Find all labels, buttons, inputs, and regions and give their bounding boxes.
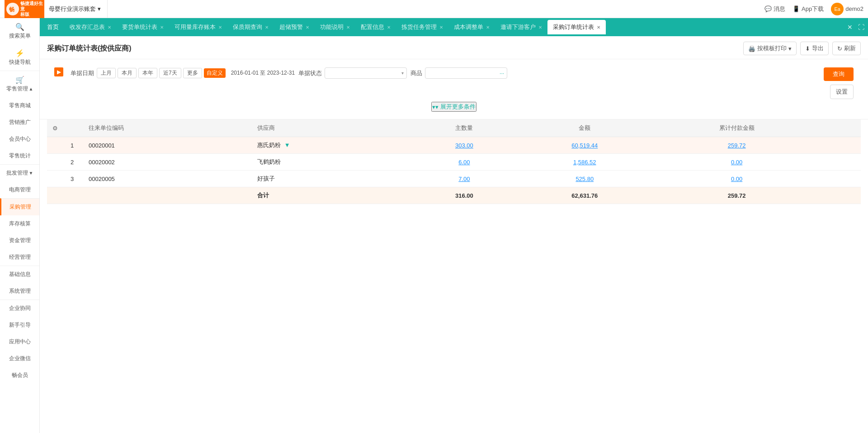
sidebar-item-enterprise[interactable]: 企业协同 xyxy=(0,300,39,317)
close-icon-pick-task[interactable]: ✕ xyxy=(439,25,443,30)
table-row[interactable]: 3 00020005 好孩子 7.00 525.80 xyxy=(47,171,861,187)
row3-paid-amount: 0.00 xyxy=(652,171,821,187)
column-settings-icon[interactable]: ⚙ xyxy=(52,125,58,132)
collapse-arrow-button[interactable]: ▶ xyxy=(54,67,63,76)
setting-button[interactable]: 设置 xyxy=(830,85,854,99)
footer-index xyxy=(65,187,83,204)
app-download-btn[interactable]: 📱 App下载 xyxy=(793,5,824,13)
sidebar-item-appcenter[interactable]: 应用中心 xyxy=(0,333,39,350)
close-icon-cost-adjust[interactable]: ✕ xyxy=(486,25,490,30)
row1-paid-amount: 259.72 xyxy=(652,137,821,154)
tab-receive-pay[interactable]: 收发存汇总表 ✕ xyxy=(64,20,117,34)
tab-home[interactable]: 首页 xyxy=(42,20,64,34)
row3-index: 3 xyxy=(65,171,83,187)
expand-more-btn[interactable]: ▾▾ 展开更多条件 xyxy=(431,102,476,112)
date-btn-7days[interactable]: 近7天 xyxy=(159,68,181,78)
arrow-icon: ▲ xyxy=(29,86,33,91)
sidebar-item-newguide[interactable]: 新手引导 xyxy=(0,317,39,333)
sidebar-item-member[interactable]: 会员中心 xyxy=(0,131,39,148)
refresh-button[interactable]: ↻ 刷新 xyxy=(832,42,861,55)
sidebar-item-wechat[interactable]: 企业微信 xyxy=(0,350,39,367)
message-btn[interactable]: 💬 消息 xyxy=(764,5,785,13)
col-settings[interactable]: ⚙ xyxy=(47,119,65,137)
tab-invite-customer[interactable]: 邀请下游客户 ✕ xyxy=(495,20,547,34)
tab-overstock[interactable]: 超储预警 ✕ xyxy=(274,20,315,34)
tab-inventory-ledger[interactable]: 可用量库存账本 ✕ xyxy=(169,20,227,34)
table-row[interactable]: 1 00020001 惠氏奶粉 ▼ 303.00 60 xyxy=(47,137,861,154)
status-select-input[interactable] xyxy=(325,68,406,78)
date-custom-tag: 自定义 xyxy=(204,68,226,78)
col-index xyxy=(65,119,83,137)
sidebar-item-system[interactable]: 系统管理 xyxy=(0,283,39,300)
close-all-tabs-icon[interactable]: ✕ xyxy=(845,22,854,33)
close-icon-invite-customer[interactable]: ✕ xyxy=(538,25,542,30)
close-icon-config-info[interactable]: ✕ xyxy=(387,25,391,30)
tab-cost-adjust[interactable]: 成本调整单 ✕ xyxy=(448,20,495,34)
goods-input-wrapper: ··· xyxy=(425,67,507,79)
chevron-down-icon: ▾ xyxy=(98,5,101,12)
sidebar-item-quicknav[interactable]: ⚡ 快捷导航 xyxy=(0,44,39,71)
filter-left: 单据日期 上月 本月 本年 近7天 更多 自定义 xyxy=(71,67,816,79)
date-btn-last-month[interactable]: 上月 xyxy=(97,68,116,78)
close-icon-expiry-query[interactable]: ✕ xyxy=(265,25,269,30)
row1-index: 1 xyxy=(65,137,83,154)
sidebar-item-retail-shop[interactable]: 零售商城 xyxy=(0,97,39,114)
table-row[interactable]: 2 00020002 飞鹤奶粉 6.00 1,586.52 xyxy=(47,154,861,171)
row2-settings xyxy=(47,154,65,171)
sidebar-item-marketing[interactable]: 营销推广 xyxy=(0,114,39,131)
close-icon-func-desc[interactable]: ✕ xyxy=(346,25,350,30)
page-header-actions: 🖨️ 按模板打印 ▾ ⬇ 导出 ↻ 刷新 xyxy=(743,42,861,55)
filter-date-item: 单据日期 上月 本月 本年 近7天 更多 自定义 xyxy=(71,68,226,78)
sidebar-item-basic[interactable]: 基础信息 xyxy=(0,266,39,283)
close-icon-overstock[interactable]: ✕ xyxy=(306,25,309,30)
sidebar-item-retail[interactable]: 🛒 零售管理 ▲ xyxy=(0,71,39,97)
date-btn-more[interactable]: 更多 xyxy=(183,68,202,78)
tab-config-info[interactable]: 配置信息 ✕ xyxy=(355,20,396,34)
date-btn-this-year[interactable]: 本年 xyxy=(138,68,157,78)
close-icon-purchase-stats[interactable]: ✕ xyxy=(160,25,164,30)
maximize-icon[interactable]: ⛶ xyxy=(856,22,866,33)
goods-input[interactable] xyxy=(425,68,507,78)
row2-index: 2 xyxy=(65,154,83,171)
workspace-selector[interactable]: 母婴行业演示账套 ▾ xyxy=(44,0,108,18)
status-select-wrapper[interactable]: ▾ xyxy=(325,67,407,79)
row2-amount: 1,586.52 xyxy=(517,154,652,171)
sidebar-item-finance[interactable]: 资金管理 xyxy=(0,232,39,249)
date-range-display: 2016-01-01 至 2023-12-31 xyxy=(231,69,295,77)
logo-area: 畅 畅捷通好生意 标版 xyxy=(5,0,44,18)
close-icon-purchase-summary[interactable]: ✕ xyxy=(597,25,600,30)
sidebar-item-operations[interactable]: 经营管理 xyxy=(0,249,39,266)
page-header: 采购订单统计表(按供应商) 🖨️ 按模板打印 ▾ ⬇ 导出 ↻ xyxy=(40,36,868,59)
tab-func-desc[interactable]: 功能说明 ✕ xyxy=(315,20,355,34)
query-button[interactable]: 查询 xyxy=(824,67,854,81)
footer-paid-amount: 259.72 xyxy=(652,187,821,204)
row1-expand-icon[interactable]: ▼ xyxy=(284,142,290,148)
sidebar-item-wholesale[interactable]: 批发管理 ▼ xyxy=(0,164,39,181)
date-btn-this-month[interactable]: 本月 xyxy=(118,68,137,78)
tab-purchase-stats[interactable]: 要货单统计表 ✕ xyxy=(117,20,169,34)
footer-main-qty: 316.00 xyxy=(411,187,517,204)
close-icon-inventory-ledger[interactable]: ✕ xyxy=(218,25,222,30)
user-profile[interactable]: Ea demo2 xyxy=(831,3,863,15)
sidebar-item-purchase[interactable]: 采购管理 xyxy=(0,198,39,215)
tab-expiry-query[interactable]: 保质期查询 ✕ xyxy=(227,20,274,34)
status-caret-icon: ▾ xyxy=(401,71,404,76)
table-body: 1 00020001 惠氏奶粉 ▼ 303.00 60 xyxy=(47,137,861,187)
export-button[interactable]: ⬇ 导出 xyxy=(800,42,829,55)
sidebar-item-search[interactable]: 🔍 搜索英单 xyxy=(0,18,39,44)
print-button[interactable]: 🖨️ 按模板打印 ▾ xyxy=(743,42,797,55)
tab-pick-task[interactable]: 拣货任务管理 ✕ xyxy=(396,20,448,34)
sidebar-item-inventory[interactable]: 库存核算 xyxy=(0,215,39,232)
footer-row: 合计 316.00 62,631.76 259.72 xyxy=(47,187,861,204)
sidebar-item-vip[interactable]: 畅会员 xyxy=(0,367,39,384)
tab-purchase-summary[interactable]: 采购订单统计表 ✕ xyxy=(547,20,606,34)
sidebar-item-retail-stats[interactable]: 零售统计 xyxy=(0,148,39,164)
table-area: ⚙ 往来单位编码 供应商 主数量 金额 累计付款金额 xyxy=(40,119,868,433)
message-icon: 💬 xyxy=(764,5,772,12)
sidebar-item-ecommerce[interactable]: 电商管理 xyxy=(0,181,39,198)
row3-extra xyxy=(821,171,861,187)
row1-main-qty: 303.00 xyxy=(411,137,517,154)
footer-summary-label: 合计 xyxy=(252,187,411,204)
goods-more-icon[interactable]: ··· xyxy=(500,70,504,76)
close-icon-receive-pay[interactable]: ✕ xyxy=(108,25,111,30)
